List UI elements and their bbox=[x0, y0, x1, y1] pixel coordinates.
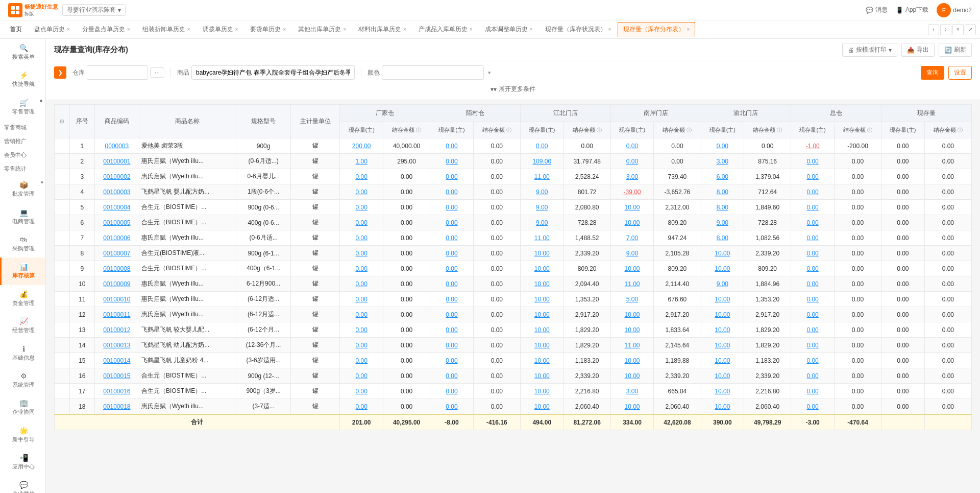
tab-close-icon[interactable]: × bbox=[530, 27, 533, 32]
sidebar-sub-retail-shop[interactable]: 零售商城 bbox=[0, 121, 45, 134]
nav-next-arrow[interactable]: › bbox=[940, 24, 951, 35]
qty-link[interactable]: 0.00 bbox=[806, 234, 818, 242]
qty-link[interactable]: 0.00 bbox=[446, 342, 457, 349]
info-icon[interactable]: ⓘ bbox=[958, 127, 963, 133]
qty-link[interactable]: 10.00 bbox=[625, 219, 640, 226]
industry-selector[interactable]: 母婴行业演示陈套 ▾ bbox=[62, 4, 126, 16]
qty-link[interactable]: 0.00 bbox=[806, 388, 818, 395]
qty-link[interactable]: 0.00 bbox=[806, 403, 818, 410]
qty-link[interactable]: 11.00 bbox=[534, 173, 550, 180]
sidebar-item-ecommerce[interactable]: 💻 电商管理 bbox=[0, 203, 45, 230]
code-link[interactable]: 00100013 bbox=[103, 342, 130, 349]
sidebar-item-retail-mgmt[interactable]: 🛒 零售管理 ▲ bbox=[0, 93, 45, 121]
qty-link[interactable]: 0.00 bbox=[356, 342, 368, 349]
tab-inventory-part[interactable]: 分量盘点单历史 × bbox=[77, 22, 136, 37]
qty-link[interactable]: 10.00 bbox=[534, 357, 550, 364]
qty-link[interactable]: 0.00 bbox=[446, 189, 457, 196]
code-link[interactable]: 00100012 bbox=[103, 326, 130, 334]
qty-link[interactable]: 10.00 bbox=[625, 372, 640, 380]
sidebar-sub-retail-stats[interactable]: 零售统计 bbox=[0, 162, 45, 176]
qty-link[interactable]: 0.00 bbox=[446, 143, 457, 150]
user-action[interactable]: E demo2 bbox=[937, 3, 972, 17]
code-link[interactable]: 00100011 bbox=[103, 311, 130, 318]
qty-link[interactable]: -39.00 bbox=[624, 189, 641, 196]
qty-link[interactable]: 0.00 bbox=[356, 326, 368, 334]
qty-link[interactable]: 3.00 bbox=[626, 388, 638, 395]
qty-link[interactable]: 10.00 bbox=[715, 296, 730, 303]
qty-link[interactable]: 9.00 bbox=[536, 189, 548, 196]
qty-link[interactable]: 0.00 bbox=[446, 311, 457, 318]
refresh-button[interactable]: 🔄 刷新 bbox=[939, 43, 972, 57]
qty-link[interactable]: 0.00 bbox=[356, 219, 368, 226]
sidebar-item-inventory[interactable]: 📊 库存核算 bbox=[0, 257, 45, 285]
qty-link[interactable]: 10.00 bbox=[715, 265, 730, 272]
info-icon[interactable]: ⓘ bbox=[867, 127, 872, 133]
qty-link[interactable]: 0.00 bbox=[356, 296, 368, 303]
qty-link[interactable]: 10.00 bbox=[534, 311, 550, 318]
qty-link[interactable]: 0.00 bbox=[356, 204, 368, 211]
code-link[interactable]: 00100015 bbox=[103, 372, 130, 380]
qty-link[interactable]: 0.00 bbox=[806, 219, 818, 226]
color-dropdown-icon[interactable]: ▾ bbox=[488, 69, 491, 76]
color-input[interactable] bbox=[382, 65, 484, 80]
message-action[interactable]: 💬 消息 bbox=[866, 6, 888, 14]
expand-conditions-button[interactable]: ▾▾ 展开更多条件 bbox=[486, 83, 540, 96]
qty-link[interactable]: 10.00 bbox=[715, 357, 730, 364]
qty-link[interactable]: 0.00 bbox=[806, 280, 818, 288]
qty-link[interactable]: 10.00 bbox=[534, 280, 550, 288]
qty-link[interactable]: 0.00 bbox=[356, 372, 368, 380]
qty-link[interactable]: 0.00 bbox=[806, 372, 818, 380]
tab-close-icon[interactable]: × bbox=[608, 27, 611, 32]
sidebar-item-operation[interactable]: 📈 经营管理 bbox=[0, 312, 45, 339]
qty-link[interactable]: 8.00 bbox=[717, 234, 728, 242]
qty-link[interactable]: 10.00 bbox=[715, 250, 730, 257]
qty-link[interactable]: 6.00 bbox=[717, 173, 728, 180]
qty-link[interactable]: 0.00 bbox=[446, 357, 457, 364]
qty-link[interactable]: 10.00 bbox=[625, 357, 640, 364]
warehouse-ellipsis-button[interactable]: ··· bbox=[150, 67, 164, 78]
qty-link[interactable]: 0.00 bbox=[626, 143, 638, 150]
app-download-action[interactable]: 📱 App下载 bbox=[896, 6, 928, 14]
qty-link[interactable]: 5.00 bbox=[626, 296, 638, 303]
qty-link[interactable]: 10.00 bbox=[534, 403, 550, 410]
qty-link[interactable]: 0.00 bbox=[806, 204, 818, 211]
qty-link[interactable]: 8.00 bbox=[717, 204, 728, 211]
qty-link[interactable]: 0.00 bbox=[446, 265, 457, 272]
qty-link[interactable]: 10.00 bbox=[534, 388, 550, 395]
print-button[interactable]: 🖨 按模版打印 ▾ bbox=[842, 43, 897, 57]
qty-link[interactable]: 0.00 bbox=[806, 296, 818, 303]
code-link[interactable]: 0000003 bbox=[105, 143, 129, 150]
qty-link[interactable]: 0.00 bbox=[806, 342, 818, 349]
code-link[interactable]: 00100009 bbox=[103, 280, 130, 288]
tab-close-icon[interactable]: × bbox=[283, 27, 286, 32]
code-link[interactable]: 00100002 bbox=[103, 173, 130, 180]
qty-link[interactable]: 3.00 bbox=[626, 173, 638, 180]
qty-link[interactable]: 0.00 bbox=[446, 280, 457, 288]
qty-link[interactable]: 10.00 bbox=[625, 265, 640, 272]
sidebar-item-corp-wechat[interactable]: 💬 企业微信 bbox=[0, 476, 45, 493]
nav-prev-arrow[interactable]: ‹ bbox=[928, 24, 939, 35]
qty-link[interactable]: 10.00 bbox=[715, 326, 730, 334]
tab-close-icon[interactable]: × bbox=[343, 27, 346, 32]
tab-stock-dist[interactable]: 现存量（库存分布表） × bbox=[618, 22, 695, 37]
sidebar-item-wholesale[interactable]: 📦 批发管理 ▾ bbox=[0, 176, 45, 203]
tab-close-icon[interactable]: × bbox=[687, 27, 690, 32]
qty-link[interactable]: 9.00 bbox=[536, 204, 548, 211]
qty-link[interactable]: 3.00 bbox=[717, 158, 728, 165]
qty-link[interactable]: 0.00 bbox=[626, 158, 638, 165]
qty-link[interactable]: 11.00 bbox=[534, 234, 550, 242]
tab-close-icon[interactable]: × bbox=[470, 27, 473, 32]
qty-link[interactable]: 0.00 bbox=[356, 388, 368, 395]
qty-link[interactable]: 10.00 bbox=[534, 326, 550, 334]
tab-home[interactable]: 首页 bbox=[4, 22, 28, 37]
tab-demand[interactable]: 要货单历史 × bbox=[244, 22, 291, 37]
qty-link[interactable]: 9.00 bbox=[717, 219, 728, 226]
qty-link[interactable]: 0.00 bbox=[356, 173, 368, 180]
tab-product-in[interactable]: 产成品入库单历史 × bbox=[413, 22, 478, 37]
sidebar-item-app-center[interactable]: 📲 应用中心 bbox=[0, 449, 45, 476]
qty-link[interactable]: 0.00 bbox=[446, 372, 457, 380]
qty-link[interactable]: 0.00 bbox=[446, 250, 457, 257]
qty-link[interactable]: 10.00 bbox=[534, 372, 550, 380]
qty-link[interactable]: 0.00 bbox=[356, 280, 368, 288]
code-link[interactable]: 00100007 bbox=[103, 250, 130, 257]
